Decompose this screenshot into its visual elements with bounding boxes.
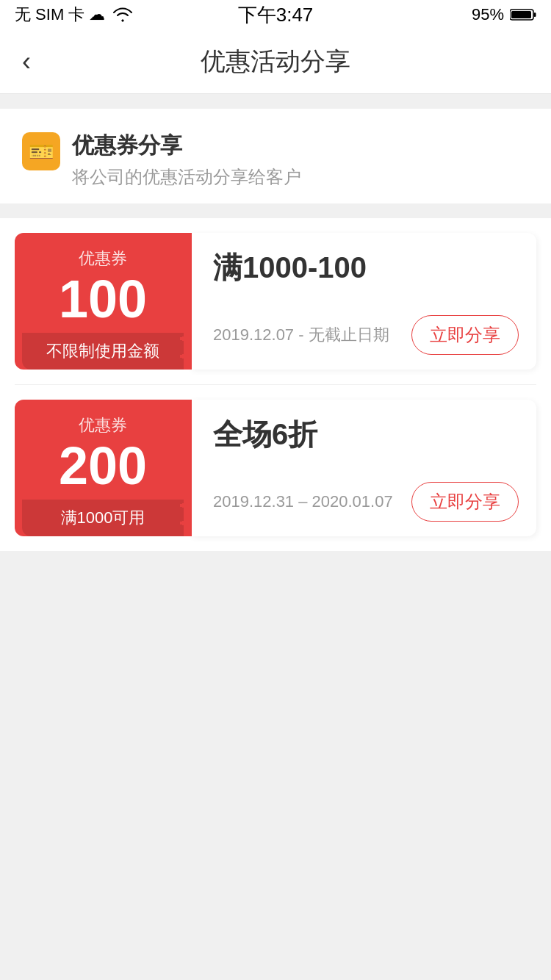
coupon-condition-2: 满1000可用 <box>22 500 184 536</box>
page-title: 优惠活动分享 <box>201 45 350 79</box>
coupon-list: 优惠券 100 不限制使用金额 满1000-100 2019.12.07 - 无… <box>0 218 551 551</box>
coupon-share-icon: 🎫 <box>22 132 60 170</box>
page-bottom <box>0 551 551 980</box>
coupon-name-1: 满1000-100 <box>213 248 519 288</box>
coupon-left-1: 优惠券 100 不限制使用金额 <box>15 233 191 370</box>
svg-rect-1 <box>534 12 536 17</box>
sim-label: 无 SIM 卡 ☁ <box>15 4 105 26</box>
status-time: 下午3:47 <box>238 2 314 28</box>
wifi-icon <box>112 7 133 22</box>
coupon-right-2: 全场6折 2019.12.31 – 2020.01.07 立即分享 <box>191 400 536 536</box>
battery-icon <box>510 8 536 21</box>
section-heading: 优惠券分享 <box>72 131 301 161</box>
coupon-date-2: 2019.12.31 – 2020.01.07 <box>213 492 393 511</box>
share-button-2[interactable]: 立即分享 <box>411 482 519 522</box>
section-header: 🎫 优惠券分享 将公司的优惠活动分享给客户 <box>0 109 551 203</box>
status-right: 95% <box>472 5 536 24</box>
battery-pct: 95% <box>472 5 504 24</box>
coupon-card-1: 优惠券 100 不限制使用金额 满1000-100 2019.12.07 - 无… <box>15 218 536 385</box>
coupon-card-2: 优惠券 200 满1000可用 全场6折 2019.12.31 – 2020.0… <box>15 385 536 551</box>
coupon-label-2: 优惠券 <box>79 414 127 436</box>
coupon-left-2: 优惠券 200 满1000可用 <box>15 400 191 536</box>
coupon-label-1: 优惠券 <box>79 248 127 270</box>
coupon-condition-1: 不限制使用金额 <box>22 333 184 370</box>
back-button[interactable]: ‹ <box>22 46 31 77</box>
status-left: 无 SIM 卡 ☁ <box>15 4 133 26</box>
share-button-1[interactable]: 立即分享 <box>411 315 519 355</box>
coupon-amount-2: 200 <box>59 439 147 492</box>
section-text: 优惠券分享 将公司的优惠活动分享给客户 <box>72 131 301 189</box>
status-bar: 无 SIM 卡 ☁ 下午3:47 95% <box>0 0 551 29</box>
section-subtitle: 将公司的优惠活动分享给客户 <box>72 165 301 189</box>
coupon-name-2: 全场6折 <box>213 414 519 455</box>
coupon-date-1: 2019.12.07 - 无截止日期 <box>213 324 389 346</box>
svg-rect-2 <box>511 11 531 18</box>
coupon-bottom-2: 2019.12.31 – 2020.01.07 立即分享 <box>213 482 519 522</box>
coupon-bottom-1: 2019.12.07 - 无截止日期 立即分享 <box>213 315 519 355</box>
nav-bar: ‹ 优惠活动分享 <box>0 29 551 94</box>
coupon-amount-1: 100 <box>59 273 147 325</box>
coupon-right-1: 满1000-100 2019.12.07 - 无截止日期 立即分享 <box>191 233 536 370</box>
